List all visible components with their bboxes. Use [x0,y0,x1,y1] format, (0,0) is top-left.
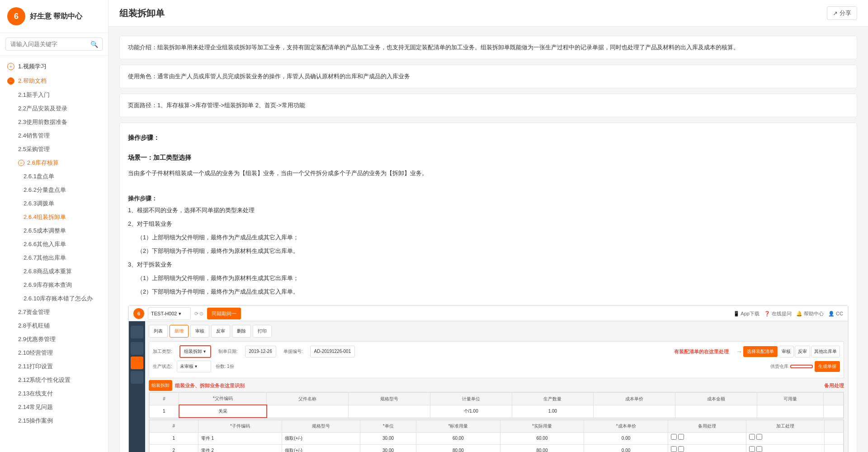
scenario1-title: 场景一：加工类型选择 [128,151,849,164]
mock-btn-period1: 同期期间一 [207,308,241,319]
step-3-1: （1）上部明细为父件明细，最终作为原材料生成其它出库单； [128,272,849,284]
minus-icon [7,77,14,85]
mock-checkbox-2d[interactable] [756,446,762,452]
operations-title: 操作步骤： [128,131,849,144]
mock-checkbox-1c[interactable] [749,434,755,440]
mock-form-row1: 加工类型: 组装拆卸 ▾ 制单日期: 2019-12-26 单据编号: AD-2… [153,345,840,358]
sidebar-item-2.3[interactable]: 2.3使用前数据准备 [0,115,108,129]
mock-generate-btn: 生成单据 [815,361,840,372]
sidebar-item-2.8[interactable]: 2.8手机旺铺 [0,319,108,333]
mock-sub-cell-2-std: 80.00 [416,445,500,452]
scenario1-desc: 当由多个子件材料组装成一个成品的业务为【组装】业务，当由一个父件拆分成多个子产品… [128,167,849,179]
sidebar-item-2.6.1[interactable]: 2.6.1盘点单 [0,170,108,183]
mock-audit-btn: 审核 [778,346,794,357]
mock-date-input: 2019-12-26 [245,346,276,357]
share-button[interactable]: ↗ 分享 [827,6,857,20]
nav-label-video: 1.视频学习 [18,62,47,71]
mock-sub-cell-2-code: 零件 2 [198,445,282,452]
mock-tabs: 列表 新增 审核 反审 删除 打印 [149,325,844,338]
minus-icon-2.6: − [18,160,24,166]
plus-icon [7,63,14,70]
feature-info-box: 功能介绍：组装拆卸单用来处理企业组装或拆卸等加工业务，支持有固定装配清单的产品加… [119,36,857,59]
mock-sub-row-2: 2 零件 2 领取(+/-) 30.00 80.00 80.00 0.00 [150,445,844,452]
search-input[interactable] [5,38,103,51]
sidebar-item-2.4[interactable]: 2.4销售管理 [0,129,108,143]
mock-form-header: 加工类型: 组装拆卸 ▾ 制单日期: 2019-12-26 单据编号: AD-2… [149,341,844,378]
sidebar-item-2.15[interactable]: 2.15操作案例 [0,414,108,428]
mock-upper-table: # *父件编码 父件名称 规格型号 计量单位 生产数量 成本单价 [149,392,844,418]
mock-col-itemcode: *父件编码 [179,393,267,405]
screenshot-container: 6 TEST-H002 ▾ ⟳ ⊙ 同期期间一 📱 App下载 ❓ 在线提问 🔔… [128,305,849,452]
mock-col-qty2: 生产数量 [512,393,594,405]
sidebar-item-2.6[interactable]: − 2.6库存核算 [0,156,108,170]
mock-status-select: 未审核 ▾ [177,361,211,372]
sidebar-item-2.11[interactable]: 2.11打印设置 [0,360,108,373]
nav-label-docs: 2.帮助文档 [18,77,47,85]
mock-col-cost: 成本单价 [594,393,675,405]
mock-cell-1-avail [757,405,823,418]
mock-right-area: 供货仓库 生成单据 [770,361,840,372]
mock-tab-delete: 删除 [232,325,251,338]
sidebar-item-video[interactable]: 1.视频学习 [0,59,108,74]
sidebar-item-2.6.3[interactable]: 2.6.3调拨单 [0,197,108,210]
mock-sub-col-code: *子件编码 [198,420,282,433]
mock-tab-save: 反审 [211,325,230,338]
nav-sub-2.6: 2.6.1盘点单 2.6.2分量盘点单 2.6.3调拨单 2.6.4组装拆卸单 … [0,170,108,305]
mock-sub-col-spec: *单位 [360,420,416,433]
mock-col-spec: 规格型号 [348,393,430,405]
mock-sub-col-num: # [150,420,198,433]
sidebar-item-2.2[interactable]: 2.2产品安装及登录 [0,102,108,115]
mock-checkbox-1[interactable] [671,434,677,440]
sidebar-item-2.12[interactable]: 2.12系统个性化设置 [0,373,108,387]
mock-assemble-label: 组装拆卸 [149,380,172,391]
mock-sub-cell-1-num: 1 [150,433,198,445]
sidebar-item-2.6.6[interactable]: 2.6.6其他入库单 [0,238,108,251]
mock-sub-col-std: *实际用量 [500,420,584,433]
mock-sub-cell-2-op [824,445,843,452]
step-1: 1、根据不同的业务，选择不同单据的类型来处理 [128,205,849,216]
mock-checkbox-2c[interactable] [749,446,755,452]
sidebar-item-2.7[interactable]: 2.7资金管理 [0,305,108,319]
sidebar-item-2.5[interactable]: 2.5采购管理 [0,143,108,156]
mock-cell-1-num: 1 [150,405,179,418]
mock-col-qty: 计量单位 [430,393,512,405]
sidebar-item-2.6.2[interactable]: 2.6.2分量盘点单 [0,183,108,197]
mock-cell-1-code: 关采 [179,405,267,418]
mock-company-select: TEST-H002 ▾ [148,307,191,320]
mock-left-sidebar [129,321,145,452]
sidebar-item-2.6.7[interactable]: 2.6.7其他出库单 [0,251,108,265]
mock-checkbox-2b[interactable] [678,446,684,452]
sidebar-item-2.6.4[interactable]: 2.6.4组装拆卸单 [0,210,108,224]
sidebar-item-2.9[interactable]: 2.9优惠券管理 [0,333,108,346]
sidebar-item-docs[interactable]: 2.帮助文档 2.1新手入门 2.2产品安装及登录 2.3使用前数据准备 2.4… [0,74,108,428]
sidebar-item-2.10[interactable]: 2.10经营管理 [0,346,108,360]
sidebar-item-2.14[interactable]: 2.14常见问题 [0,400,108,414]
mock-logo: 6 [133,308,144,319]
sidebar-item-2.13[interactable]: 2.13在线支付 [0,387,108,400]
sidebar-item-2.6.8[interactable]: 2.6.8商品成本重算 [0,265,108,278]
mock-checkbox-1d[interactable] [756,434,762,440]
mock-checkbox-2[interactable] [671,446,677,452]
mock-annotation-has-bom: 有装配清单的在这里处理 [674,347,729,357]
mock-col-itemname: 父件名称 [267,393,349,405]
mock-sub-cell-1-op [824,433,843,445]
mock-sub-cell-1-back [668,433,746,445]
sidebar-item-2.6.5[interactable]: 2.6.5成本调整单 [0,224,108,238]
sidebar-item-2.1[interactable]: 2.1新手入门 [0,88,108,102]
mock-annotation-type: 组装业务、拆卸业务在这里识别 [175,381,245,390]
mock-icon-help: ❓ 在线提问 [764,309,792,319]
mock-sidebar-icon3 [131,357,143,369]
mock-annotation-row1: 组装拆卸 组装业务、拆卸业务在这里识别 备用处理 [149,380,844,391]
mock-sub-col-cost: 备用处理 [668,420,746,433]
mock-checkbox-1b[interactable] [678,434,684,440]
mock-type-input: 组装拆卸 ▾ [179,345,211,358]
mock-cancel-btn: 反审 [795,346,810,357]
sidebar-item-2.6.9[interactable]: 2.6.9库存账本查询 [0,278,108,292]
sidebar-item-2.6.10[interactable]: 2.6.10库存账本错了怎么办 [0,292,108,305]
mock-arrow-right: → [736,345,742,358]
mock-sub-col-back: 加工处理 [746,420,824,433]
mock-sub-col-unit: *标准用量 [416,420,500,433]
step-2-1: （1）上部明细为父件明细，最终作为产成品生成其它入库单； [128,232,849,243]
mock-cell-1-cost [594,405,675,418]
mock-cell-1-act [823,405,843,418]
